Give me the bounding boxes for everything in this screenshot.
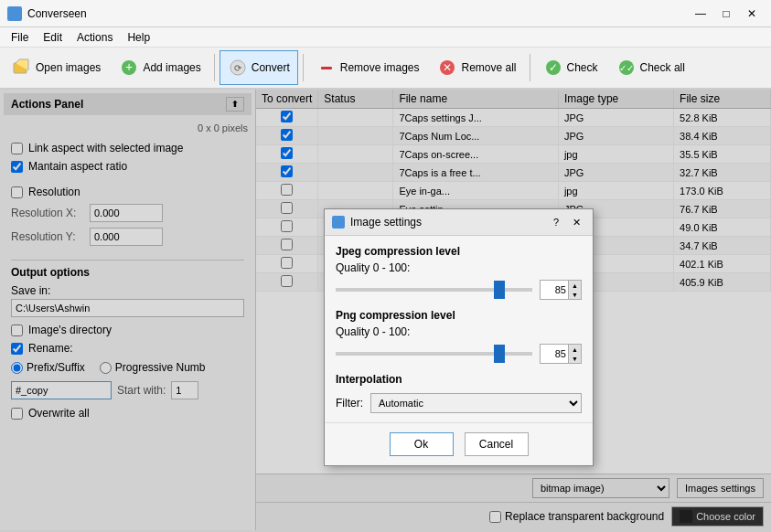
app-title: Converseen (27, 7, 87, 20)
remove-all-icon: ✕ (437, 58, 457, 78)
menu-file[interactable]: File (4, 29, 36, 46)
jpeg-spin-down[interactable]: ▼ (568, 290, 581, 299)
jpeg-spin-up[interactable]: ▲ (568, 281, 581, 290)
convert-icon: ⟳ (228, 58, 248, 78)
interpolation-row: Filter: Automatic None Bilinear Bicubic … (336, 393, 582, 413)
toolbar-separator-1 (214, 54, 215, 81)
modal-close-button[interactable]: ✕ (567, 214, 585, 230)
check-label: Check (567, 61, 598, 74)
jpeg-quality-input[interactable] (541, 281, 568, 299)
interpolation-section-title: Interpolation (336, 373, 582, 386)
cancel-button[interactable]: Cancel (465, 432, 529, 456)
title-bar-left: Converseen (7, 6, 87, 21)
jpeg-spinbox: ▲ ▼ (540, 280, 582, 300)
add-images-button[interactable]: + Add images (111, 50, 209, 85)
convert-button[interactable]: ⟳ Convert (220, 50, 298, 85)
check-all-button[interactable]: ✓✓ Check all (608, 50, 693, 85)
toolbar-separator-3 (530, 54, 530, 81)
svg-text:✓✓: ✓✓ (619, 63, 634, 73)
png-spinbox: ▲ ▼ (540, 344, 582, 364)
filter-select[interactable]: Automatic None Bilinear Bicubic Lanczos (370, 393, 582, 413)
filter-label: Filter: (336, 397, 363, 410)
modal-icon (332, 216, 345, 229)
svg-rect-5 (321, 67, 332, 69)
modal-title-left: Image settings (332, 216, 422, 229)
check-all-label: Check all (640, 61, 685, 74)
check-button[interactable]: ✓ Check (535, 50, 606, 85)
png-section-title: Png compression level (336, 309, 582, 322)
remove-images-icon (316, 58, 337, 78)
png-spin-up[interactable]: ▲ (568, 345, 581, 354)
jpeg-quality-label: Quality 0 - 100: (336, 261, 582, 274)
svg-text:+: + (125, 59, 133, 74)
menu-actions[interactable]: Actions (70, 29, 120, 46)
png-slider-row: ▲ ▼ (336, 344, 582, 364)
modal-controls: ? ✕ (547, 214, 585, 230)
svg-text:✕: ✕ (443, 61, 452, 74)
menu-help[interactable]: Help (120, 29, 157, 46)
png-quality-label: Quality 0 - 100: (336, 325, 582, 338)
modal-body: Jpeg compression level Quality 0 - 100: … (325, 236, 593, 422)
remove-all-button[interactable]: ✕ Remove all (429, 50, 524, 85)
title-bar: Converseen — □ ✕ (0, 0, 771, 27)
check-icon: ✓ (543, 58, 563, 78)
toolbar: Open images + Add images ⟳ Convert Remov… (0, 48, 771, 90)
jpeg-spin-arrows: ▲ ▼ (568, 281, 581, 299)
modal-title-bar: Image settings ? ✕ (325, 209, 593, 236)
app-icon (7, 6, 22, 21)
png-spin-arrows: ▲ ▼ (568, 345, 581, 363)
jpeg-section-title: Jpeg compression level (336, 245, 582, 258)
close-button[interactable]: ✕ (740, 5, 764, 23)
modal-title-text: Image settings (350, 216, 422, 229)
png-quality-slider[interactable] (336, 352, 532, 356)
maximize-button[interactable]: □ (714, 5, 738, 23)
remove-all-label: Remove all (461, 61, 516, 74)
remove-images-button[interactable]: Remove images (308, 50, 428, 85)
jpeg-quality-slider[interactable] (336, 288, 532, 292)
minimize-button[interactable]: — (689, 5, 712, 23)
title-bar-controls: — □ ✕ (689, 5, 764, 23)
png-quality-input[interactable] (541, 345, 568, 363)
modal-overlay: Image settings ? ✕ Jpeg compression leve… (0, 90, 771, 532)
image-settings-modal: Image settings ? ✕ Jpeg compression leve… (324, 208, 594, 466)
svg-text:⟳: ⟳ (234, 63, 242, 73)
menu-edit[interactable]: Edit (36, 29, 70, 46)
remove-images-label: Remove images (340, 61, 420, 74)
add-images-icon: + (119, 58, 139, 78)
open-images-button[interactable]: Open images (4, 50, 109, 85)
convert-label: Convert (252, 61, 290, 74)
add-images-label: Add images (143, 61, 200, 74)
modal-help-button[interactable]: ? (547, 214, 565, 230)
ok-button[interactable]: Ok (390, 432, 454, 456)
png-spin-down[interactable]: ▼ (568, 354, 581, 363)
main-content: Actions Panel ⬆ 0 x 0 pixels Link aspect… (0, 90, 771, 530)
svg-text:✓: ✓ (549, 61, 558, 74)
toolbar-separator-2 (303, 54, 304, 81)
menu-bar: File Edit Actions Help (0, 27, 771, 48)
modal-footer: Ok Cancel (325, 422, 593, 465)
check-all-icon: ✓✓ (616, 58, 637, 78)
jpeg-slider-row: ▲ ▼ (336, 280, 582, 300)
open-images-icon (12, 58, 32, 78)
open-images-label: Open images (36, 61, 101, 74)
